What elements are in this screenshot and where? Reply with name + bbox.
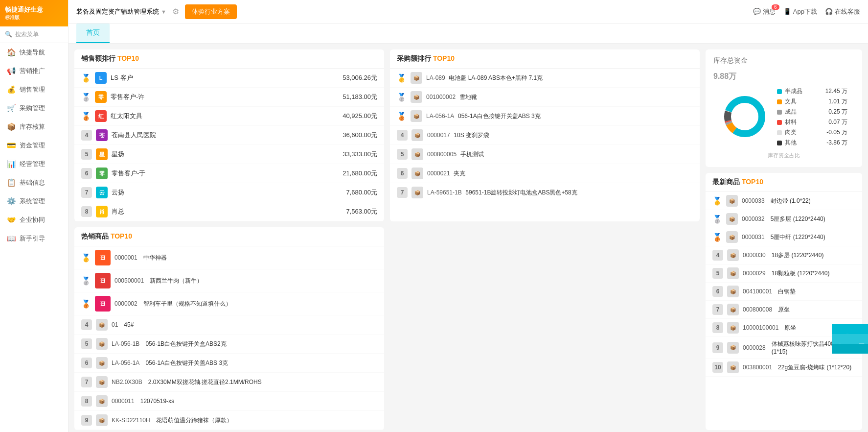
sales-ranking-top: TOP10 <box>117 54 139 62</box>
ranking-item: 4 苍 苍南县人民医院 36,600.00元 <box>74 126 384 145</box>
nav-label-2: 销售管理 <box>20 85 61 94</box>
legend-label: 文具 <box>785 97 825 106</box>
sidebar-item-5[interactable]: 💳 资金管理 <box>0 136 68 155</box>
topbar: 装备及固定资产辅助管理系统 ▼ ⚙ 体验行业方案 💬 消息 6 📱 App下载 … <box>69 0 868 24</box>
app-edition: 标准版 <box>5 14 63 21</box>
tab-home[interactable]: 首页 <box>76 24 110 43</box>
customer-icon: 肖 <box>96 206 108 217</box>
product-code: 000800008 <box>743 306 772 313</box>
purchase-ranking-title: 采购额排行 <box>397 54 431 62</box>
search-menu[interactable]: 🔍 搜索菜单 <box>0 26 68 43</box>
medal-icon: 🥉 <box>397 112 407 121</box>
medal-icon: 🥇 <box>81 73 91 83</box>
app-icon: 📱 <box>783 8 791 15</box>
legend-dot <box>777 141 782 145</box>
nav-icon-2: 💰 <box>7 85 16 94</box>
legend-dot <box>777 110 782 115</box>
sidebar-item-7[interactable]: 📋 基础信息 <box>0 173 68 192</box>
nav-icon-5: 💳 <box>7 141 16 150</box>
purchase-ranking-card: 采购额排行 TOP10 🥇 📦 LA-089 电池盖 LA-089 ABS本色+… <box>390 49 700 221</box>
product-thumbnail: 🖼 <box>95 250 111 265</box>
message-badge: 6 <box>772 4 779 10</box>
sidebar-item-0[interactable]: 🏠 快捷导航 <box>0 43 68 62</box>
latest-product-item: 6 📦 004100001 白钢垫 <box>706 283 862 301</box>
product-img: 📦 <box>726 195 738 207</box>
app-download-button[interactable]: 📱 App下载 <box>783 7 817 16</box>
nav-label-6: 经营管理 <box>20 160 61 168</box>
main-area: 装备及固定资产辅助管理系统 ▼ ⚙ 体验行业方案 💬 消息 6 📱 App下载 … <box>69 0 868 432</box>
settings-icon[interactable]: ⚙ <box>172 7 179 16</box>
sidebar-item-2[interactable]: 💰 销售管理 <box>0 80 68 99</box>
sidebar-item-4[interactable]: 📦 库存核算 <box>0 118 68 136</box>
product-name: 18多层 (1220*2440) <box>772 251 855 260</box>
product-img: 📦 <box>727 342 739 354</box>
system-title-selector[interactable]: 装备及固定资产辅助管理系统 ▼ <box>76 7 166 16</box>
product-name: 5厘多层 (1220*2440) <box>771 215 855 223</box>
purchase-ranking-item: 7 📦 LA-59651-1B 59651-1B旋转投影灯电池盒ABS黑色+58… <box>390 183 700 202</box>
trial-button[interactable]: 体验行业方案 <box>185 4 237 19</box>
system-title: 装备及固定资产辅助管理系统 <box>76 7 159 16</box>
product-name: 花语萌值温分蹄猪袜（厚款） <box>156 416 377 425</box>
hot-product-item: 5📦 LA-056-1B 056-1B白色按键开关盒ABS2克 <box>74 335 384 354</box>
ranking-item: 🥉 红 红太阳文具 40,925.00元 <box>74 107 384 126</box>
product-code: 0000033 <box>742 197 765 204</box>
customer-name: 零售客户-许 <box>111 93 339 101</box>
purchase-ranking-item: 🥈 📦 001000002 雪地靴 <box>390 88 700 107</box>
customer-service-btn[interactable]: 客服热线 <box>832 324 868 334</box>
online-service-button[interactable]: 🎧 在线客服 <box>825 7 860 16</box>
nav-icon-6: 📊 <box>7 160 16 168</box>
service-community-btn[interactable]: 服务社区 <box>832 334 868 344</box>
product-img: 📦 <box>726 231 738 243</box>
sidebar-item-3[interactable]: 🛒 采购管理 <box>0 99 68 118</box>
sidebar-nav: 🏠 快捷导航📢 营销推广💰 销售管理🛒 采购管理📦 库存核算💳 资金管理📊 经营… <box>0 43 68 248</box>
legend-dot <box>777 89 782 94</box>
medal-icon: 🥈 <box>397 93 407 102</box>
nav-icon-8: ⚙️ <box>7 197 16 206</box>
donut-chart <box>720 92 769 143</box>
sales-ranking-header: 销售额排行 TOP10 <box>74 49 384 69</box>
product-code: 0000002 <box>114 300 137 307</box>
sidebar-item-9[interactable]: 🤝 企业协同 <box>0 211 68 229</box>
legend-value: 12.45 万 <box>825 87 847 96</box>
customer-icon: 星 <box>96 148 108 160</box>
nav-label-8: 系统管理 <box>20 197 61 206</box>
dropdown-arrow-icon: ▼ <box>161 9 166 15</box>
message-button[interactable]: 💬 消息 6 <box>753 7 776 16</box>
inventory-card: 库存总资金 9.88万 <box>706 49 862 167</box>
donut-chart-area: 半成品 12.45 万 文具 1.01 万 成品 0.25 万 材料 0.07 … <box>713 82 854 152</box>
sidebar-item-1[interactable]: 📢 营销推广 <box>0 62 68 80</box>
product-name: 056-1B白色按键开关盒ABS2克 <box>145 340 377 348</box>
product-name: 5厘中纤 (1220*2440) <box>771 233 855 241</box>
sidebar-item-8[interactable]: ⚙️ 系统管理 <box>0 192 68 211</box>
sales-ranking-title: 销售额排行 <box>81 54 115 62</box>
ranking-item: 🥇 L LS 客户 53,006.26元 <box>74 69 384 88</box>
product-code: 10000100001 <box>743 324 778 331</box>
sale-amount: 40,925.00元 <box>343 112 377 120</box>
medal-icon: 🥉 <box>81 112 91 121</box>
product-img: 📦 <box>411 91 422 103</box>
legend-label: 半成品 <box>785 87 822 96</box>
nav-label-3: 采购管理 <box>20 104 61 113</box>
latest-product-item: 7 📦 000800008 原坐 <box>706 301 862 319</box>
ranking-item: 6 零 零售客户-于 21,680.00元 <box>74 164 384 183</box>
product-code: 000500001 <box>114 277 144 284</box>
sale-amount: 33,333.00元 <box>343 150 377 159</box>
product-name: 18颗粒板 (1220*2440) <box>772 269 855 278</box>
product-img: 📦 <box>411 110 422 122</box>
purchase-ranking-list: 🥇 📦 LA-089 电池盖 LA-089 ABS本色+黑种 7.1克 🥈 📦 … <box>390 69 700 202</box>
search-menu-label: 搜索菜单 <box>15 30 39 39</box>
sidebar-item-6[interactable]: 📊 经营管理 <box>0 155 68 173</box>
hot-product-item: 🥉🖼 0000002 智利车子里（规格不知道填什么） <box>74 292 384 315</box>
latest-products-title: 最新商品 <box>712 178 740 186</box>
product-code: 0000032 <box>742 216 765 222</box>
product-name: 原坐 <box>778 306 855 314</box>
legend-dot <box>777 99 782 104</box>
nav-label-4: 库存核算 <box>20 122 61 131</box>
product-info: LA-089 电池盖 LA-089 ABS本色+黑种 7.1克 <box>426 74 693 82</box>
sidebar-item-10[interactable]: 📖 新手引导 <box>0 229 68 248</box>
ranking-item: 8 肖 肖总 7,563.00元 <box>74 202 384 221</box>
search-icon: 🔍 <box>5 31 12 38</box>
live-btn[interactable]: 直播 <box>832 344 868 354</box>
latest-product-item: 🥇 📦 0000033 封边带 (1.0*22) <box>706 192 862 210</box>
nav-label-5: 资金管理 <box>20 141 61 150</box>
